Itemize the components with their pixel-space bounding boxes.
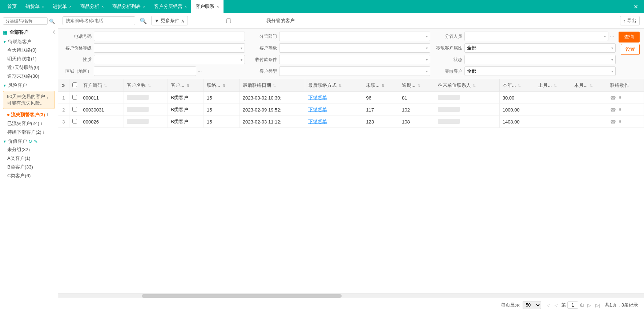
chevron-icon: ∧ bbox=[181, 18, 185, 24]
phone-action-icon-3[interactable]: ☎ bbox=[610, 119, 616, 125]
sidebar-group-risk[interactable]: ▼ 风险客户 bbox=[0, 81, 58, 89]
th-this-year: 本年... ⇅ bbox=[499, 79, 535, 92]
query-button[interactable]: 查询 bbox=[619, 32, 640, 42]
sort-method-icon[interactable]: ⇅ bbox=[339, 84, 342, 88]
nav-sales[interactable]: 销货单 × bbox=[21, 0, 48, 13]
search-input[interactable] bbox=[63, 16, 135, 25]
sort-type-icon[interactable]: ⇅ bbox=[186, 84, 189, 88]
sidebar-item-overdue[interactable]: 逾期未联络(30) bbox=[0, 72, 58, 81]
region-more-icon[interactable]: ··· bbox=[196, 68, 204, 74]
sidebar-item-7days[interactable]: 近7天待联络(0) bbox=[0, 63, 58, 72]
search-button[interactable]: 🔍 bbox=[140, 17, 147, 24]
close-customer-contact-icon[interactable]: × bbox=[217, 4, 219, 9]
sort-uncontacted-icon[interactable]: ⇅ bbox=[382, 84, 385, 88]
last-method-link[interactable]: 下销货单 bbox=[308, 107, 327, 112]
sort-name-icon[interactable]: ⇅ bbox=[148, 84, 151, 88]
sort-lastmonth-icon[interactable]: ⇅ bbox=[554, 84, 557, 88]
more-action-icon[interactable]: ⠿ bbox=[618, 95, 622, 101]
row-checkbox[interactable] bbox=[72, 95, 77, 100]
last-method-link[interactable]: 下销货单 bbox=[308, 119, 327, 124]
status-select[interactable]: ▾ bbox=[464, 55, 616, 64]
refresh-icon[interactable]: ↻ bbox=[28, 139, 32, 144]
close-sales-icon[interactable]: × bbox=[42, 4, 44, 9]
edit-icon[interactable]: ✎ bbox=[34, 139, 38, 144]
sort-overdue-icon[interactable]: ⇅ bbox=[417, 84, 420, 88]
casual-attr-select[interactable]: 全部 ▾ bbox=[464, 43, 616, 53]
export-icon: ↑ bbox=[623, 18, 626, 24]
row-checkbox[interactable] bbox=[72, 119, 77, 123]
more-conditions-button[interactable]: ▼ 更多条件 ∧ bbox=[151, 16, 188, 25]
phone-action-icon-2[interactable]: ☎ bbox=[610, 107, 616, 113]
sidebar-search-input[interactable] bbox=[3, 17, 48, 25]
sidebar-group-value[interactable]: ▼ 价值客户 ↻ ✎ bbox=[0, 137, 58, 145]
dept-select[interactable]: ▾ bbox=[279, 32, 430, 41]
sort-thismonth-icon[interactable]: ⇅ bbox=[590, 84, 593, 88]
sort-date-icon[interactable]: ⇅ bbox=[273, 84, 276, 88]
phone-action-icon[interactable]: ☎ bbox=[610, 95, 616, 101]
settings-button[interactable]: 设置 bbox=[621, 44, 640, 55]
horizontal-scrollbar[interactable] bbox=[58, 293, 644, 298]
sidebar-item-c-class[interactable]: C类客户(6) bbox=[0, 171, 58, 180]
select-all-checkbox[interactable] bbox=[72, 82, 77, 87]
sidebar-item-ungraded[interactable]: 未分组(32) bbox=[0, 145, 58, 154]
phone-input[interactable] bbox=[94, 32, 245, 41]
nature-select[interactable]: ▾ bbox=[94, 55, 245, 64]
sort-thisyear-icon[interactable]: ⇅ bbox=[518, 84, 521, 88]
sidebar-item-tomorrow[interactable]: 明天待联络(1) bbox=[0, 54, 58, 63]
nav-product-analysis[interactable]: 商品分析 × bbox=[76, 0, 108, 13]
sidebar-item-churned[interactable]: 已流失客户(24) ℹ bbox=[0, 119, 58, 128]
export-button[interactable]: ↑ 导出 bbox=[620, 16, 640, 25]
nav-product-list[interactable]: 商品分析列表 × bbox=[108, 0, 149, 13]
nav-home[interactable]: 首页 bbox=[3, 0, 21, 13]
casual-select[interactable]: 全部 ▾ bbox=[464, 66, 616, 76]
sidebar-item-today[interactable]: 今天待联络(0) bbox=[0, 46, 58, 54]
customer-level-label: 客户等级 bbox=[248, 45, 277, 51]
cust-type-select[interactable]: ▾ bbox=[279, 66, 430, 76]
nav-purchase[interactable]: 进货单 × bbox=[48, 0, 76, 13]
filter-phone: 电话号码 bbox=[63, 32, 245, 41]
next-page-button[interactable]: ▷ bbox=[586, 302, 592, 309]
content-area: 🔍 ▼ 更多条件 ∧ 我分管的客户 ↑ 导出 bbox=[58, 13, 644, 312]
prev-page-button[interactable]: ◁ bbox=[553, 302, 560, 309]
sidebar-item-a-class[interactable]: A类客户(1) bbox=[0, 154, 58, 163]
row-name bbox=[124, 104, 168, 116]
sort-contact2-icon[interactable]: ⇅ bbox=[473, 84, 476, 88]
close-product-list-icon[interactable]: × bbox=[143, 4, 145, 9]
my-customers-checkbox[interactable] bbox=[192, 19, 265, 23]
sidebar-all-customers[interactable]: ▦ 全部客户 《 bbox=[0, 28, 58, 37]
sidebar-group-pending[interactable]: ▼ 待联络客户 bbox=[0, 37, 58, 46]
last-page-button[interactable]: ▷| bbox=[594, 302, 601, 309]
customer-level-select[interactable]: ▾ bbox=[279, 43, 430, 53]
per-page-select[interactable]: 50 100 200 bbox=[523, 301, 541, 309]
row-last-month bbox=[535, 116, 571, 128]
sidebar-search-icon[interactable]: 🔍 bbox=[49, 19, 55, 24]
page-input[interactable] bbox=[567, 301, 578, 309]
close-purchase-icon[interactable]: × bbox=[69, 4, 71, 9]
close-customer-tier-icon[interactable]: × bbox=[185, 4, 187, 9]
sidebar-item-declining[interactable]: 持续下滑客户(2) ℹ bbox=[0, 128, 58, 137]
nav-customer-contact[interactable]: 客户联系 × bbox=[191, 0, 223, 13]
manager-more-icon[interactable]: ··· bbox=[608, 33, 616, 39]
page-navigation: |◁ ◁ 第 页 ▷ ▷| bbox=[544, 301, 602, 309]
total-label: 页 bbox=[580, 302, 584, 308]
sort-contact-icon[interactable]: ⇅ bbox=[222, 84, 225, 88]
nav-customer-tier[interactable]: 客户分层经营 × bbox=[150, 0, 191, 13]
sort-code-icon[interactable]: ⇅ bbox=[104, 84, 107, 88]
scroll-thumb[interactable] bbox=[142, 294, 342, 298]
window-close-button[interactable]: ✕ bbox=[631, 3, 641, 10]
manager-select[interactable]: ▾ bbox=[464, 32, 608, 41]
sidebar-item-b-class[interactable]: B类客户(33) bbox=[0, 163, 58, 171]
more-action-icon-3[interactable]: ⠿ bbox=[618, 119, 622, 125]
region-select[interactable] bbox=[94, 66, 196, 76]
th-settings[interactable]: ⚙ bbox=[58, 79, 69, 92]
my-customers-checkbox-label[interactable]: 我分管的客户 bbox=[192, 17, 295, 24]
row-last-month bbox=[535, 92, 571, 104]
payment-select[interactable]: ▾ bbox=[279, 55, 430, 64]
more-action-icon-2[interactable]: ⠿ bbox=[618, 107, 622, 113]
close-product-analysis-icon[interactable]: × bbox=[101, 4, 104, 9]
first-page-button[interactable]: |◁ bbox=[544, 302, 552, 309]
row-checkbox[interactable] bbox=[72, 107, 77, 112]
sidebar-item-churn-warning[interactable]: 流失预警客户(3) ℹ bbox=[0, 110, 58, 119]
last-method-link[interactable]: 下销货单 bbox=[308, 95, 327, 100]
price-level-select[interactable]: ▾ bbox=[94, 43, 245, 53]
